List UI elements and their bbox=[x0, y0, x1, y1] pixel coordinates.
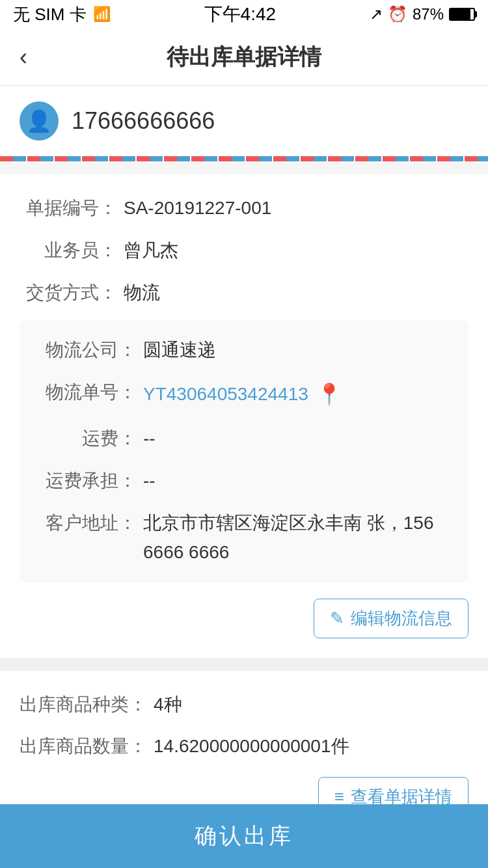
logistics-company-label: 物流公司： bbox=[39, 336, 137, 365]
product-type-label: 出库商品种类： bbox=[20, 690, 147, 720]
product-quantity-value: 14.620000000000001件 bbox=[147, 732, 468, 761]
tracking-no-label: 物流单号： bbox=[39, 378, 137, 407]
avatar: 👤 bbox=[20, 102, 59, 141]
delivery-method-value: 物流 bbox=[117, 278, 468, 308]
customer-header: 👤 17666666666 bbox=[0, 86, 488, 156]
alarm-icon: ⏰ bbox=[388, 5, 407, 23]
product-quantity-row: 出库商品数量： 14.620000000000001件 bbox=[20, 732, 468, 761]
order-info-section: 单据编号： SA-20191227-001 业务员： 曾凡杰 交货方式： 物流 … bbox=[0, 174, 488, 658]
nav-bar: ‹ 待出库单据详情 bbox=[0, 29, 488, 86]
battery-text: 87% bbox=[413, 5, 444, 23]
time-text: 下午4:42 bbox=[204, 2, 277, 27]
edit-icon: ✎ bbox=[330, 608, 344, 629]
status-left: 无 SIM 卡 📶 bbox=[13, 3, 111, 26]
status-right: ↗ ⏰ 87% bbox=[370, 5, 475, 23]
status-bar: 无 SIM 卡 📶 下午4:42 ↗ ⏰ 87% bbox=[0, 0, 488, 29]
confirm-button[interactable]: 确认出库 bbox=[0, 804, 488, 868]
order-no-row: 单据编号： SA-20191227-001 bbox=[20, 194, 468, 223]
edit-logistics-label: 编辑物流信息 bbox=[351, 607, 452, 630]
back-button[interactable]: ‹ bbox=[20, 44, 27, 71]
delivery-method-label: 交货方式： bbox=[20, 278, 117, 308]
logistics-company-value: 圆通速递 bbox=[137, 336, 449, 365]
product-quantity-label: 出库商品数量： bbox=[20, 732, 147, 761]
address-row: 客户地址： 北京市市辖区海淀区永丰南 张，156 6666 6666 bbox=[39, 509, 449, 567]
freight-bearer-value: -- bbox=[137, 467, 449, 496]
order-no-label: 单据编号： bbox=[20, 194, 117, 223]
logistics-company-row: 物流公司： 圆通速递 bbox=[39, 336, 449, 365]
order-no-value: SA-20191227-001 bbox=[117, 194, 468, 223]
delivery-method-row: 交货方式： 物流 bbox=[20, 278, 468, 308]
section-separator-1 bbox=[0, 658, 488, 671]
logistics-card: 物流公司： 圆通速递 物流单号： YT43064053424413 📍 运费： … bbox=[20, 320, 468, 582]
product-type-value: 4种 bbox=[147, 690, 468, 720]
location-icon[interactable]: 📍 bbox=[316, 378, 342, 411]
confirm-button-label: 确认出库 bbox=[195, 821, 293, 851]
edit-logistics-button[interactable]: ✎ 编辑物流信息 bbox=[314, 599, 468, 638]
carrier-text: 无 SIM 卡 bbox=[13, 3, 87, 26]
salesman-label: 业务员： bbox=[20, 236, 117, 265]
battery-icon bbox=[449, 8, 475, 21]
dashed-divider bbox=[0, 156, 488, 161]
freight-value: -- bbox=[137, 424, 449, 454]
address-label: 客户地址： bbox=[39, 509, 137, 538]
salesman-value: 曾凡杰 bbox=[117, 236, 468, 265]
salesman-row: 业务员： 曾凡杰 bbox=[20, 236, 468, 265]
freight-label: 运费： bbox=[39, 424, 137, 454]
wifi-icon: 📶 bbox=[93, 6, 111, 23]
tracking-no-row: 物流单号： YT43064053424413 📍 bbox=[39, 378, 449, 411]
customer-phone: 17666666666 bbox=[72, 107, 215, 135]
address-value: 北京市市辖区海淀区永丰南 张，156 6666 6666 bbox=[137, 509, 449, 567]
freight-row: 运费： -- bbox=[39, 424, 449, 454]
freight-bearer-row: 运费承担： -- bbox=[39, 467, 449, 496]
product-type-row: 出库商品种类： 4种 bbox=[20, 690, 468, 720]
edit-logistics-area: ✎ 编辑物流信息 bbox=[20, 599, 468, 638]
freight-bearer-label: 运费承担： bbox=[39, 467, 137, 496]
page-title: 待出库单据详情 bbox=[167, 42, 321, 72]
avatar-icon: 👤 bbox=[26, 109, 52, 133]
tracking-no-value: YT43064053424413 📍 bbox=[137, 378, 449, 411]
location-icon: ↗ bbox=[370, 5, 383, 23]
